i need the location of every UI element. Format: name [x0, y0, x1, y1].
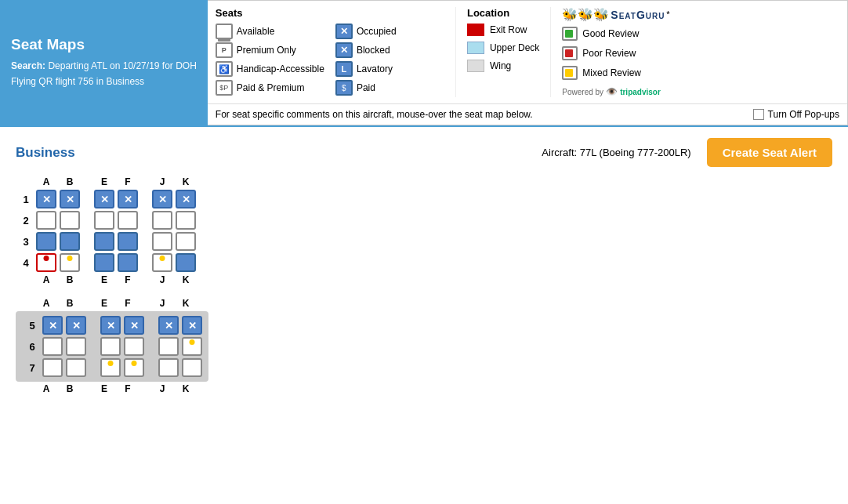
seat-7A[interactable]: [42, 358, 63, 377]
seat-2F[interactable]: [118, 211, 138, 230]
legend-footer-bar: For seat specific comments on this aircr…: [208, 103, 847, 125]
legend-exit-row: Exit Row: [467, 24, 539, 36]
row-label-2: 2: [16, 215, 36, 227]
handicap-icon: ♿: [216, 61, 233, 77]
seats-legend-title: Seats: [216, 7, 444, 19]
seat-1E[interactable]: ✕: [94, 190, 114, 208]
legend-paid-premium: $P Paid & Premium: [216, 80, 324, 96]
b2-col-footer-A: A: [36, 383, 56, 394]
legend-premium: P Premium Only: [216, 42, 324, 58]
seat-block-1: A B E F J K 1 ✕ ✕ ✕ ✕ ✕: [16, 176, 832, 285]
b2-col-header-A: A: [36, 298, 56, 309]
seat-2B[interactable]: [60, 211, 80, 230]
legend-occupied: ✕ Occupied: [335, 24, 444, 39]
seat-6A[interactable]: [42, 337, 63, 356]
legend-paid: $ Paid: [335, 80, 444, 96]
seat-2A[interactable]: [36, 211, 56, 230]
lavatory-icon: L: [335, 61, 353, 77]
seat-4E[interactable]: [94, 253, 114, 272]
legend-blocked: ✕ Blocked: [335, 42, 444, 58]
col-header-A: A: [36, 176, 56, 187]
b2-col-footer-F: F: [118, 383, 138, 394]
row-label-3: 3: [16, 236, 36, 248]
powered-by: Powered by 👁️ tripadvisor: [562, 86, 669, 97]
seat-6F[interactable]: [124, 337, 144, 356]
col-header-B: B: [60, 176, 80, 187]
seat-2K[interactable]: [176, 211, 196, 230]
seat-7F[interactable]: [124, 358, 144, 377]
seat-1B[interactable]: ✕: [60, 190, 80, 208]
paid-premium-icon: $P: [216, 80, 233, 96]
col-footer-F: F: [118, 274, 138, 285]
b2-col-header-J: J: [152, 298, 172, 309]
table-row: 4: [16, 253, 832, 272]
legend-available: Available: [216, 24, 324, 39]
col-header-E: E: [94, 176, 114, 187]
b2-col-header-F: F: [118, 298, 138, 309]
col-footer-J: J: [152, 274, 172, 285]
seat-1F[interactable]: ✕: [118, 190, 138, 208]
legend-wing: Wing: [467, 60, 539, 72]
aircraft-info: Aircraft: 77L (Boeing 777-200LR): [542, 147, 690, 158]
turn-off-popups-label: Turn Off Pop-ups: [768, 109, 839, 120]
popup-instruction: For seat specific comments on this aircr…: [216, 109, 533, 120]
seat-6K[interactable]: [182, 337, 202, 356]
seat-7B[interactable]: [66, 358, 86, 377]
seat-2E[interactable]: [94, 211, 114, 230]
seat-1A[interactable]: ✕: [36, 190, 56, 208]
seat-block-2: A B E F J K 5 ✕ ✕ ✕ ✕: [16, 298, 832, 394]
seat-3K[interactable]: [176, 232, 196, 251]
wing-icon: [467, 60, 484, 72]
seat-6E[interactable]: [100, 337, 121, 356]
blocked-icon: ✕: [335, 42, 353, 58]
col-header-J: J: [152, 176, 172, 187]
premium-icon: P: [216, 42, 233, 58]
row-label-7: 7: [22, 362, 42, 374]
row-label-5: 5: [22, 320, 42, 332]
section-header: Business Aircraft: 77L (Boeing 777-200LR…: [16, 138, 832, 167]
seat-7E[interactable]: [100, 358, 121, 377]
seat-3E[interactable]: [94, 232, 114, 251]
b2-col-header-K: K: [176, 298, 196, 309]
col-footer-B: B: [60, 274, 80, 285]
seat-3B[interactable]: [60, 232, 80, 251]
seat-3J[interactable]: [152, 232, 172, 251]
seat-7K[interactable]: [182, 358, 202, 377]
legend-handicap: ♿ Handicap-Accessible: [216, 61, 324, 77]
seat-4A[interactable]: [36, 253, 56, 272]
popup-checkbox[interactable]: [753, 109, 764, 120]
row-label-6: 6: [22, 341, 42, 353]
exit-row-icon: [467, 24, 484, 36]
occupied-icon: ✕: [335, 24, 353, 39]
seat-6J[interactable]: [158, 337, 179, 356]
seat-4J[interactable]: [152, 253, 172, 272]
create-alert-button[interactable]: Create Seat Alert: [707, 138, 832, 167]
seat-4F[interactable]: [118, 253, 138, 272]
location-legend-title: Location: [467, 7, 539, 19]
upper-deck-icon: [467, 42, 484, 54]
search-info: Search: Departing ATL on 10/27/19 for DO…: [11, 58, 197, 90]
seat-5J[interactable]: ✕: [158, 316, 179, 335]
seat-5B[interactable]: ✕: [66, 316, 86, 335]
col-footer-K: K: [176, 274, 196, 285]
seat-5F[interactable]: ✕: [124, 316, 144, 335]
seat-1J[interactable]: ✕: [152, 190, 172, 208]
seat-3F[interactable]: [118, 232, 138, 251]
seat-1K[interactable]: ✕: [176, 190, 196, 208]
seat-3A[interactable]: [36, 232, 56, 251]
col-footer-E: E: [94, 274, 114, 285]
seat-2J[interactable]: [152, 211, 172, 230]
turn-off-popups-control[interactable]: Turn Off Pop-ups: [753, 109, 839, 120]
seat-4B[interactable]: [60, 253, 80, 272]
seat-7J[interactable]: [158, 358, 179, 377]
seat-6B[interactable]: [66, 337, 86, 356]
seat-5A[interactable]: ✕: [42, 316, 63, 335]
b2-col-footer-J: J: [152, 383, 172, 394]
seat-5K[interactable]: ✕: [182, 316, 202, 335]
seatguru-logo: 🐝🐝🐝 SeatGuru *: [562, 7, 669, 22]
table-row: 6: [22, 337, 202, 356]
seat-5E[interactable]: ✕: [100, 316, 121, 335]
seat-4K[interactable]: [176, 253, 196, 272]
row-label-4: 4: [16, 257, 36, 269]
b2-col-footer-E: E: [94, 383, 114, 394]
